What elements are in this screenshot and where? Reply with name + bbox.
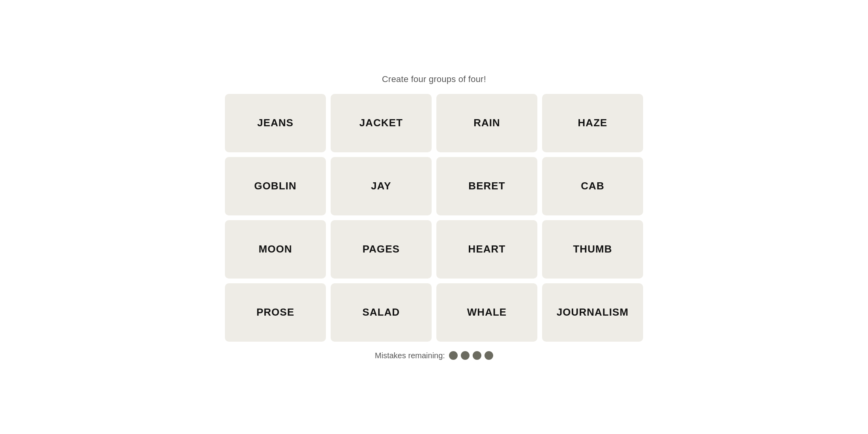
- tile-prose-label: PROSE: [256, 306, 294, 318]
- tile-jay-label: JAY: [371, 180, 391, 192]
- tile-haze-label: HAZE: [578, 117, 608, 129]
- mistake-dot-4: [485, 351, 493, 360]
- tile-whale[interactable]: WHALE: [436, 283, 537, 342]
- tile-salad-label: SALAD: [363, 306, 400, 318]
- tile-whale-label: WHALE: [467, 306, 507, 318]
- tile-journalism[interactable]: JOURNALISM: [542, 283, 643, 342]
- mistakes-dots: [449, 351, 493, 360]
- tile-thumb-label: THUMB: [573, 243, 612, 255]
- tile-jeans-label: JEANS: [257, 117, 294, 129]
- tile-prose[interactable]: PROSE: [225, 283, 326, 342]
- tile-rain-label: RAIN: [473, 117, 500, 129]
- tile-beret-label: BERET: [468, 180, 505, 192]
- mistakes-row: Mistakes remaining:: [375, 351, 493, 360]
- mistake-dot-2: [461, 351, 470, 360]
- tile-goblin[interactable]: GOBLIN: [225, 157, 326, 215]
- tile-haze[interactable]: HAZE: [542, 94, 643, 152]
- mistake-dot-1: [449, 351, 458, 360]
- tile-rain[interactable]: RAIN: [436, 94, 537, 152]
- tile-journalism-label: JOURNALISM: [557, 306, 629, 318]
- mistakes-label: Mistakes remaining:: [375, 351, 445, 360]
- tile-salad[interactable]: SALAD: [331, 283, 432, 342]
- tile-moon-label: MOON: [258, 243, 292, 255]
- tile-grid: JEANSJACKETRAINHAZEGOBLINJAYBERETCABMOON…: [225, 94, 643, 342]
- tile-beret[interactable]: BERET: [436, 157, 537, 215]
- mistake-dot-3: [473, 351, 481, 360]
- tile-cab-label: CAB: [581, 180, 604, 192]
- tile-cab[interactable]: CAB: [542, 157, 643, 215]
- tile-heart[interactable]: HEART: [436, 220, 537, 279]
- tile-goblin-label: GOBLIN: [254, 180, 296, 192]
- game-container: Create four groups of four! JEANSJACKETR…: [225, 74, 643, 360]
- tile-pages-label: PAGES: [363, 243, 400, 255]
- tile-thumb[interactable]: THUMB: [542, 220, 643, 279]
- tile-jay[interactable]: JAY: [331, 157, 432, 215]
- tile-moon[interactable]: MOON: [225, 220, 326, 279]
- tile-jacket[interactable]: JACKET: [331, 94, 432, 152]
- subtitle: Create four groups of four!: [382, 74, 486, 84]
- tile-pages[interactable]: PAGES: [331, 220, 432, 279]
- tile-heart-label: HEART: [468, 243, 506, 255]
- tile-jacket-label: JACKET: [359, 117, 403, 129]
- tile-jeans[interactable]: JEANS: [225, 94, 326, 152]
